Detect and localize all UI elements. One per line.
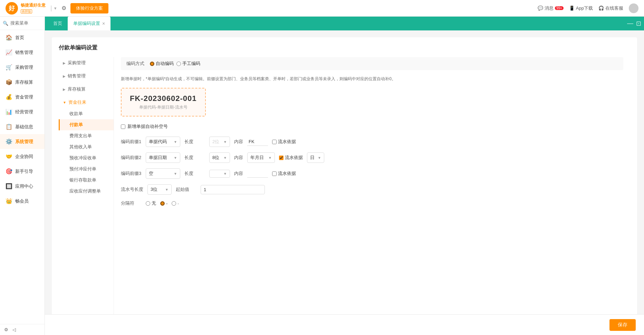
sales-icon: 📈: [6, 49, 12, 56]
sidebar-item-home[interactable]: 🏠 首页: [0, 30, 45, 45]
sidebar-item-apps[interactable]: 🔲 应用中心: [0, 179, 45, 194]
nav-child-ar-ap-adjust[interactable]: 应收应付调整单: [59, 186, 114, 197]
sidebar-item-inventory[interactable]: 📦 库存核算: [0, 75, 45, 90]
manual-encode-radio[interactable]: [176, 62, 181, 66]
prefix3-length-select[interactable]: ▼: [209, 170, 230, 178]
sep-none-label[interactable]: 无: [146, 200, 156, 206]
page-title: 付款单编码设置: [59, 44, 630, 52]
nav-parent-finance[interactable]: ▼ 资金往来: [59, 96, 114, 108]
tab-encoding[interactable]: 单据编码设置 ×: [68, 17, 110, 30]
logo: 好 畅捷通好生意 插胆版: [6, 2, 50, 15]
prefix2-flow-select[interactable]: 日 ▼: [307, 152, 324, 163]
manual-encode-radio-label[interactable]: 手工编码: [176, 61, 200, 67]
sidebar-item-finance[interactable]: 💰 资金管理: [0, 90, 45, 104]
prefix3-row: 编码前缀3 空 ▼ 长度 ▼ 内容 流水依据: [121, 168, 623, 179]
sidebar-item-sales[interactable]: 📈 销售管理: [0, 45, 45, 60]
prefix1-length-arrow-icon: ▼: [223, 140, 227, 144]
auto-fill-row: 新增单据自动补空号: [121, 123, 623, 130]
topbar: 好 畅捷通好生意 插胆版 | ▼ ⚙ 体验行业方案 💬 消息 99+ 📱 App…: [0, 0, 644, 17]
sidebar-search[interactable]: 🔍 搜索菜单: [0, 17, 45, 30]
sidebar-item-enterprise[interactable]: 🤝 企业协同: [0, 149, 45, 164]
nav-parent-purchase[interactable]: ▶ 采购管理: [59, 57, 114, 69]
serial-length-select[interactable]: 3位 ▼: [147, 184, 172, 195]
purchase-icon: 🛒: [6, 64, 12, 71]
sidebar-collapse-icon[interactable]: ◁: [12, 327, 16, 332]
prefix2-flow-checkbox[interactable]: [279, 156, 283, 160]
auto-encode-radio-label[interactable]: 自动编码: [150, 61, 174, 67]
enterprise-icon: 🤝: [6, 153, 12, 160]
auto-fill-checkbox[interactable]: [121, 124, 125, 129]
sep-dash-radio[interactable]: [160, 201, 165, 206]
logo-text: 畅捷通好生意 插胆版: [21, 2, 46, 14]
tab-home[interactable]: 首页: [48, 17, 68, 30]
topbar-right: 💬 消息 99+ 📱 App下载 🎧 在线客服: [538, 3, 638, 13]
prefix2-length-select[interactable]: 8位 ▼: [209, 152, 230, 163]
search-menu-btn[interactable]: 🔍 搜索菜单: [3, 20, 42, 26]
encoding-type-row: 编码方式 自动编码 手工编码: [121, 57, 623, 70]
sidebar-item-operation[interactable]: 📊 经营管理: [0, 104, 45, 119]
nav-child-other-income[interactable]: 其他收入单: [59, 141, 114, 152]
prefix2-flow-arrow-icon: ▼: [318, 156, 321, 160]
sidebar-item-purchase[interactable]: 🛒 采购管理: [0, 60, 45, 75]
auto-encode-radio[interactable]: [150, 62, 154, 66]
sep-dot-label[interactable]: ·: [172, 201, 179, 206]
user-avatar[interactable]: [629, 3, 638, 13]
nav-parent-sales[interactable]: ▶ 销售管理: [59, 70, 114, 82]
prefix1-length-select[interactable]: 2位 ▼: [209, 137, 230, 147]
search-icon: 🔍: [3, 21, 8, 26]
serial-start-input[interactable]: [201, 185, 265, 194]
inventory-icon: 📦: [6, 79, 12, 85]
preview-desc: 单据代码-单据日期-流水号: [130, 104, 197, 110]
tabbar-maximize-icon[interactable]: ⊡: [636, 20, 641, 27]
preview-box: FK-20230602-001 单据代码-单据日期-流水号: [121, 88, 206, 117]
separator-row: 分隔符 无 - ·: [121, 200, 623, 206]
tabbar: 首页 单据编码设置 × — ⊡: [45, 17, 644, 30]
message-btn[interactable]: 💬 消息 99+: [538, 5, 564, 11]
prefix3-flow-checkbox-group: 流水依据: [272, 170, 296, 177]
nav-child-receipt[interactable]: 收款单: [59, 108, 114, 119]
nav-child-bank[interactable]: 银行存取款单: [59, 175, 114, 186]
prefix1-flow-checkbox[interactable]: [272, 140, 277, 144]
nav-group-finance: ▼ 资金往来 收款单 付款单 费用支出单 其他收入单 预收冲应收单 预付冲应付单…: [59, 96, 114, 197]
tab-close-icon[interactable]: ×: [102, 21, 105, 26]
nav-group-sales: ▶ 销售管理: [59, 70, 114, 82]
form-area: 编码方式 自动编码 手工编码 新增单据时，*单据编码*自动生成，不可编辑。前缀设…: [114, 57, 630, 320]
main-content: 付款单编码设置 ▶ 采购管理 ▶ 销售管理: [45, 30, 644, 335]
sidebar: 🔍 搜索菜单 🏠 首页 📈 销售管理 🛒 采购管理 📦 库存核算 💰 资金管理 …: [0, 17, 45, 335]
nav-child-payment[interactable]: 付款单: [59, 119, 114, 130]
sep-dash-label[interactable]: -: [160, 201, 167, 206]
sidebar-item-basic[interactable]: 📋 基础信息: [0, 119, 45, 134]
nav-child-advance-offset[interactable]: 预付冲应付单: [59, 164, 114, 175]
settings-icon[interactable]: ⚙: [61, 5, 66, 11]
service-btn[interactable]: 🎧 在线客服: [598, 5, 623, 11]
apps-icon: 🔲: [6, 183, 12, 189]
sidebar-item-member[interactable]: 👑 畅会员: [0, 194, 45, 208]
nav-child-expense[interactable]: 费用支出单: [59, 130, 114, 141]
prefix1-flow-checkbox-group: 流水依据: [272, 139, 296, 145]
prefix1-select[interactable]: 单据代码 ▼: [146, 137, 180, 147]
app-download-btn[interactable]: 📱 App下载: [569, 5, 593, 11]
message-icon: 💬: [538, 6, 543, 11]
nav-arrow-finance: ▼: [63, 101, 66, 104]
sidebar-item-system[interactable]: ⚙️ 系统管理: [0, 134, 45, 149]
nav-parent-inventory[interactable]: ▶ 库存核算: [59, 83, 114, 95]
topbar-dropdown[interactable]: | ▼: [50, 4, 57, 12]
bottom-bar: 保存: [45, 314, 644, 335]
prefix3-arrow-icon: ▼: [174, 172, 177, 176]
prefix3-flow-checkbox[interactable]: [272, 171, 277, 176]
prefix1-arrow-icon: ▼: [174, 140, 177, 144]
prefix2-select[interactable]: 单据日期 ▼: [146, 152, 180, 163]
prefix1-row: 编码前缀1 单据代码 ▼ 长度 2位 ▼ 内容 FK 流水依据: [121, 137, 623, 147]
left-nav: ▶ 采购管理 ▶ 销售管理 ▶ 库存核算: [59, 57, 114, 320]
member-icon: 👑: [6, 198, 12, 204]
prefix2-content-select[interactable]: 年月日 ▼: [247, 152, 275, 163]
sep-none-radio[interactable]: [146, 201, 150, 206]
sep-dot-radio[interactable]: [172, 201, 176, 206]
trial-button[interactable]: 体验行业方案: [70, 3, 108, 13]
sidebar-item-guide[interactable]: 🎯 新手引导: [0, 164, 45, 179]
prefix3-select[interactable]: 空 ▼: [146, 168, 180, 179]
save-button[interactable]: 保存: [609, 319, 636, 331]
tabbar-minimize-icon[interactable]: —: [627, 20, 633, 27]
sidebar-settings-icon[interactable]: ⚙: [4, 327, 8, 332]
nav-child-prepay-offset[interactable]: 预收冲应收单: [59, 152, 114, 164]
